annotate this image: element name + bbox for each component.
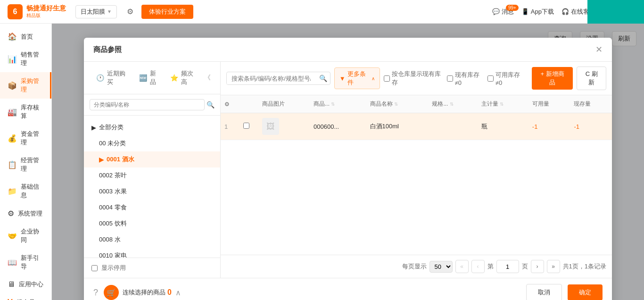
show-disabled[interactable]: 显示停用: [84, 258, 220, 278]
tab-recent[interactable]: 🕐 近期购买: [91, 67, 134, 89]
sidebar-item-member[interactable]: V 畅会员: [0, 293, 51, 300]
sidebar-label-member: 畅会员: [17, 298, 35, 300]
col-unit[interactable]: 主计量 ⇅: [478, 95, 528, 113]
cart-btn[interactable]: 🛒: [104, 285, 119, 300]
page-first-btn[interactable]: «: [455, 260, 469, 273]
page-prev-btn[interactable]: ‹: [471, 260, 485, 273]
row-available: -1: [528, 113, 570, 140]
col-image: 商品图片: [258, 95, 310, 113]
filter-arrow-icon: ∧: [372, 76, 375, 81]
usable-checkbox[interactable]: [487, 75, 494, 82]
collapse-left-btn[interactable]: 《: [202, 72, 213, 84]
tree-item-snack[interactable]: 0004 零食: [84, 200, 220, 216]
sidebar-item-finance[interactable]: 💰 资金管理: [0, 125, 51, 151]
page-suffix: 页: [522, 262, 528, 271]
sidebar-item-home[interactable]: 🏠 首页: [0, 27, 51, 46]
category-search-btn[interactable]: 🔍: [206, 101, 215, 108]
modal-body: 🕐 近期购买 🆕 新品 ⭐ 频次高: [84, 62, 612, 278]
right-panel: 🔍 ▼ 更多条件 ∧ 按仓库显示现有库存: [221, 62, 612, 278]
row-checkbox[interactable]: [243, 123, 249, 129]
tree-item-tea[interactable]: 0002 茶叶: [84, 167, 220, 183]
tree-item-all[interactable]: ▶ 全部分类: [84, 119, 220, 135]
product-search-input[interactable]: [227, 73, 315, 84]
message-item[interactable]: 💬 消息 99+: [492, 8, 514, 16]
show-disabled-checkbox[interactable]: [91, 265, 98, 271]
row-check[interactable]: [239, 113, 258, 140]
sidebar-item-operations[interactable]: 📋 经营管理: [0, 151, 51, 178]
sort-unit-icon: ⇅: [500, 101, 504, 107]
mobile-icon: 📱: [521, 8, 529, 15]
sort-spec-icon: ⇅: [450, 101, 454, 107]
col-code[interactable]: 商品... ⇅: [310, 95, 366, 113]
sidebar-item-app-center[interactable]: 🖥 应用中心: [0, 275, 51, 293]
tab-frequent[interactable]: ⭐ 频次高: [165, 67, 202, 89]
message-icon: 💬: [492, 8, 500, 15]
tree-item-liquor[interactable]: ▶ 0001 酒水: [84, 151, 220, 167]
message-badge: 99+: [506, 5, 519, 11]
logo-icon: 6: [8, 4, 23, 19]
product-search-box: 🔍: [226, 72, 330, 85]
cancel-btn[interactable]: 取消: [526, 284, 562, 300]
system-icon: ⚙: [8, 209, 14, 218]
modal-close-btn[interactable]: ✕: [595, 44, 603, 55]
page-next-btn[interactable]: ›: [531, 260, 544, 273]
page-total-info: 共1页，1条记录: [563, 262, 606, 271]
tab-new[interactable]: 🆕 新品: [134, 67, 165, 89]
logo: 6 畅捷通好生意 精品版: [8, 4, 66, 19]
table-row[interactable]: 1 🖼 000600... 白酒100ml: [221, 113, 612, 140]
page-number-input[interactable]: [496, 260, 519, 273]
refresh-table-btn[interactable]: C 刷新: [577, 67, 606, 90]
tree-label-all: 全部分类: [99, 123, 124, 132]
tree-item-uncategorized[interactable]: 00 未分类: [84, 135, 220, 151]
row-stock: -1: [570, 113, 612, 140]
category-search-input[interactable]: [90, 99, 205, 110]
tree-label-fruit: 0003 水果: [99, 187, 127, 196]
product-search-btn[interactable]: 🔍: [315, 72, 330, 84]
app-download-item[interactable]: 📱 App下载: [521, 8, 554, 16]
warehouse-label: 按仓库显示现有库存: [392, 70, 443, 87]
warehouse-filter[interactable]: 按仓库显示现有库存: [384, 70, 443, 87]
store-selector[interactable]: 日太阳膜 ▼: [75, 5, 117, 18]
warehouse-checkbox[interactable]: [384, 75, 390, 82]
sidebar-item-guide[interactable]: 📖 新手引导: [0, 249, 51, 275]
left-tabs: 🕐 近期购买 🆕 新品 ⭐ 频次高: [91, 67, 202, 89]
sidebar-item-inventory[interactable]: 🏭 库存核算: [0, 99, 51, 125]
page-last-btn[interactable]: »: [547, 260, 560, 273]
usable-filter[interactable]: 可用库存≠0: [487, 71, 524, 86]
per-page-select[interactable]: 50: [429, 261, 453, 273]
tree-item-fruit[interactable]: 0003 水果: [84, 183, 220, 200]
sales-icon: 📊: [8, 55, 17, 64]
col-spec[interactable]: 规格... ⇅: [428, 95, 478, 113]
sidebar-label-purchase: 采购管理: [21, 77, 42, 94]
sidebar-item-enterprise[interactable]: 🤝 企业协同: [0, 223, 51, 249]
tree-label-tea: 0002 茶叶: [99, 171, 127, 180]
help-icon[interactable]: ?: [93, 288, 98, 298]
per-page-label: 每页显示: [402, 262, 427, 271]
filter-more-btn[interactable]: ▼ 更多条件 ∧: [334, 67, 380, 89]
col-name[interactable]: 商品名称 ⇅: [366, 95, 429, 113]
modal-title: 商品参照: [93, 45, 122, 54]
sidebar-item-purchase[interactable]: 📦 采购管理: [0, 72, 51, 99]
navbar: 6 畅捷通好生意 精品版 日太阳膜 ▼ ⚙ 体验行业方案 💬 消息 99+ 📱 …: [0, 0, 644, 24]
col-settings[interactable]: ⚙: [221, 95, 239, 113]
sidebar-item-system[interactable]: ⚙ 系统管理: [0, 204, 51, 223]
collapse-up-icon[interactable]: ∧: [175, 288, 181, 297]
add-product-btn[interactable]: + 新增商品: [532, 67, 573, 90]
cart-count: 0: [167, 288, 172, 297]
tree-item-water[interactable]: 0008 水: [84, 232, 220, 248]
available-filter[interactable]: 现有库存≠0: [447, 71, 484, 86]
store-name: 日太阳膜: [81, 8, 105, 16]
tree-item-appliance[interactable]: 0010 家电: [84, 248, 220, 258]
tree-label-snack: 0004 零食: [99, 203, 127, 212]
logo-char: 6: [13, 8, 17, 16]
tree-item-beverage[interactable]: 0005 饮料: [84, 216, 220, 232]
store-arrow-icon: ▼: [107, 9, 112, 14]
trial-btn[interactable]: 体验行业方案: [141, 5, 193, 19]
tree-label-water: 0008 水: [99, 235, 121, 244]
settings-icon[interactable]: ⚙: [123, 4, 138, 19]
confirm-btn[interactable]: 确定: [568, 284, 603, 300]
headset-icon: 🎧: [561, 8, 569, 15]
available-checkbox[interactable]: [447, 75, 453, 82]
sidebar-item-sales[interactable]: 📊 销售管理: [0, 46, 51, 72]
sidebar-item-basic-info[interactable]: 📁 基础信息: [0, 178, 51, 204]
